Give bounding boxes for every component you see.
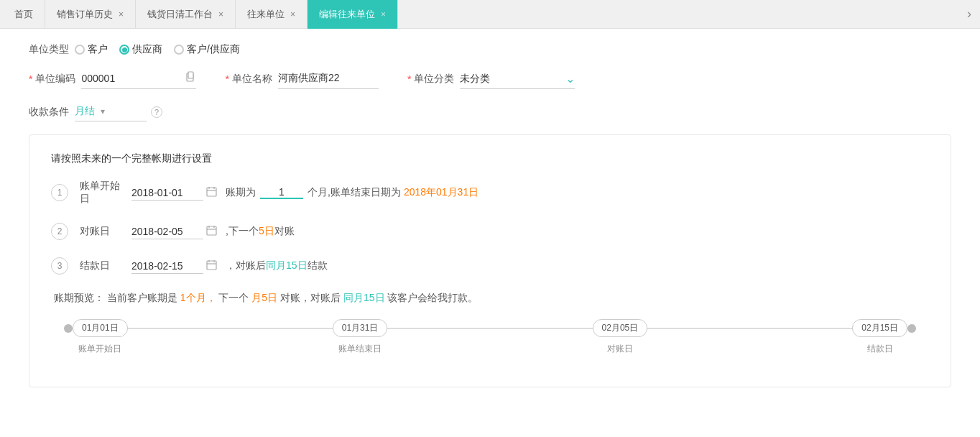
preview-highlight2: 月5日: [251, 292, 277, 303]
settlement-desc-suffix: 结款: [308, 259, 328, 272]
svg-rect-2: [207, 188, 216, 196]
unit-code-field: * 单位编码: [29, 70, 196, 89]
reconcile-desc-highlight: 5日: [259, 225, 274, 238]
unit-type-label: 单位类型: [29, 43, 69, 56]
svg-rect-6: [207, 226, 216, 235]
payment-condition-value: 月结: [75, 105, 95, 118]
unit-info-row: * 单位编码 * 单位名称 * 单位分类: [29, 69, 951, 89]
payment-condition-field: 收款条件 月结 ▾ ?: [29, 102, 162, 121]
preview-text-4: 该客户会给我打款。: [387, 292, 478, 303]
unit-name-label: 单位名称: [232, 73, 272, 86]
radio-supplier[interactable]: 供应商: [119, 43, 162, 56]
row-label-3: 结款日: [80, 259, 123, 272]
payment-row: 收款条件 月结 ▾ ?: [29, 102, 951, 121]
preview-text: 账期预览： 当前客户账期是 1个月， 下一个 月5日 对账，对账后 同月15日 …: [51, 292, 929, 305]
timeline-badge-1: 01月01日: [73, 319, 128, 337]
close-tab-partner[interactable]: ×: [290, 9, 295, 19]
radio-both[interactable]: 客户/供应商: [174, 43, 240, 56]
tab-sales-history[interactable]: 销售订单历史 ×: [45, 0, 136, 29]
period-suffix: 个月,账单结束日期为: [308, 186, 401, 199]
end-date-highlight: 2018年01月31日: [404, 186, 479, 199]
payment-condition-dropdown[interactable]: 月结 ▾: [75, 102, 147, 121]
unit-category-dropdown[interactable]: 未分类 ⌄: [460, 69, 575, 89]
billing-card: 请按照未来的一个完整帐期进行设置 1 账单开始日 账期为 个月,账单结束日期为: [29, 134, 951, 387]
reconcile-date-input[interactable]: [131, 224, 203, 239]
radio-both-label: 客户/供应商: [187, 43, 240, 56]
settlement-desc-prefix: ，对账后: [226, 259, 266, 272]
row-label-1: 账单开始日: [80, 180, 123, 206]
timeline-node-2: 01月31日 账单结束日: [333, 319, 388, 355]
row-label-2: 对账日: [80, 225, 123, 238]
reconcile-desc-prefix: ,下一个: [226, 225, 259, 238]
start-date-field: [131, 185, 217, 201]
timeline-badge-3: 02月05日: [593, 319, 648, 337]
timeline-end-dot: [907, 324, 916, 333]
tab-edit-partner[interactable]: 编辑往来单位 ×: [308, 0, 398, 29]
card-title: 请按照未来的一个完整帐期进行设置: [51, 152, 929, 165]
help-icon[interactable]: ?: [151, 106, 162, 118]
preview-text-1: 当前客户账期是: [107, 292, 177, 303]
unit-category-field: * 单位分类 未分类 ⌄: [407, 69, 575, 89]
unit-code-copy-icon[interactable]: [185, 71, 196, 85]
radio-supplier-circle: [119, 45, 129, 55]
unit-category-value: 未分类: [460, 73, 565, 86]
tab-partner[interactable]: 往来单位 ×: [236, 0, 308, 29]
timeline-node-4: 02月15日 结款日: [852, 319, 907, 355]
settlement-desc-highlight: 同月15日: [266, 259, 308, 272]
unit-category-label: 单位分类: [414, 73, 454, 86]
start-date-input[interactable]: [131, 185, 203, 201]
timeline-label-2: 账单结束日: [338, 343, 382, 355]
timeline-label-1: 账单开始日: [78, 343, 121, 355]
radio-supplier-label: 供应商: [132, 43, 162, 56]
unit-code-input[interactable]: [81, 70, 182, 87]
close-tab-cash-workbench[interactable]: ×: [218, 9, 223, 19]
unit-code-label: 单位编码: [35, 73, 75, 86]
settlement-date-input[interactable]: [131, 259, 203, 274]
unit-name-field: * 单位名称: [225, 70, 378, 89]
main-content: 单位类型 客户 供应商 客户/供应商 * 单位编码: [0, 29, 980, 437]
unit-name-input[interactable]: [278, 70, 379, 87]
unit-name-input-wrapper: [278, 70, 379, 89]
period-prefix: 账期为: [226, 186, 256, 199]
timeline-start-dot: [64, 324, 73, 333]
reconcile-date-calendar-icon[interactable]: [206, 225, 217, 238]
unit-type-field: 单位类型 客户 供应商 客户/供应商: [29, 43, 240, 56]
tab-bar: 首页 销售订单历史 × 钱货日清工作台 × 往来单位 × 编辑往来单位 × ›: [0, 0, 980, 29]
unit-code-input-wrapper: [81, 70, 196, 89]
unit-category-arrow-icon: ⌄: [565, 72, 575, 86]
tab-cash-workbench[interactable]: 钱货日清工作台 ×: [136, 0, 236, 29]
timeline-label-3: 对账日: [607, 343, 633, 355]
billing-row-1: 1 账单开始日 账期为 个月,账单结束日期为 2018年01月31日: [51, 180, 929, 206]
close-tab-sales-history[interactable]: ×: [119, 9, 124, 19]
timeline-badge-2: 01月31日: [333, 319, 388, 337]
start-date-calendar-icon[interactable]: [206, 186, 217, 199]
billing-row-2: 2 对账日 ,下一个 5日 对账: [51, 223, 929, 240]
unit-type-radio-group: 客户 供应商 客户/供应商: [75, 43, 240, 56]
row-number-1: 1: [51, 184, 68, 201]
unit-type-row: 单位类型 客户 供应商 客户/供应商: [29, 43, 951, 56]
close-tab-edit-partner[interactable]: ×: [381, 9, 386, 19]
unit-code-star: *: [29, 73, 32, 85]
tab-more-button[interactable]: ›: [958, 0, 980, 29]
preview-text-3: 对账，对账后: [280, 292, 341, 303]
timeline-nodes: 01月01日 账单开始日 01月31日 账单结束日 02月05日 对账日 02月…: [73, 319, 907, 355]
radio-customer[interactable]: 客户: [75, 43, 108, 56]
radio-both-circle: [174, 45, 184, 55]
payment-condition-arrow-icon: ▾: [101, 106, 105, 116]
svg-rect-10: [207, 261, 216, 270]
preview-highlight3: 同月15日: [343, 292, 385, 303]
tab-home[interactable]: 首页: [0, 0, 45, 29]
preview-text-2: 下一个: [218, 292, 249, 303]
row-number-3: 3: [51, 257, 68, 275]
unit-category-star: *: [407, 73, 411, 85]
period-value-input[interactable]: [260, 186, 303, 199]
preview-label: 账期预览：: [54, 292, 104, 303]
svg-rect-1: [188, 72, 193, 78]
settlement-date-field: [131, 259, 217, 274]
radio-customer-label: 客户: [88, 43, 108, 56]
settlement-date-calendar-icon[interactable]: [206, 259, 217, 272]
reconcile-desc-suffix: 对账: [274, 225, 295, 238]
timeline-label-4: 结款日: [867, 343, 893, 355]
radio-customer-circle: [75, 45, 85, 55]
reconcile-date-field: [131, 224, 217, 239]
